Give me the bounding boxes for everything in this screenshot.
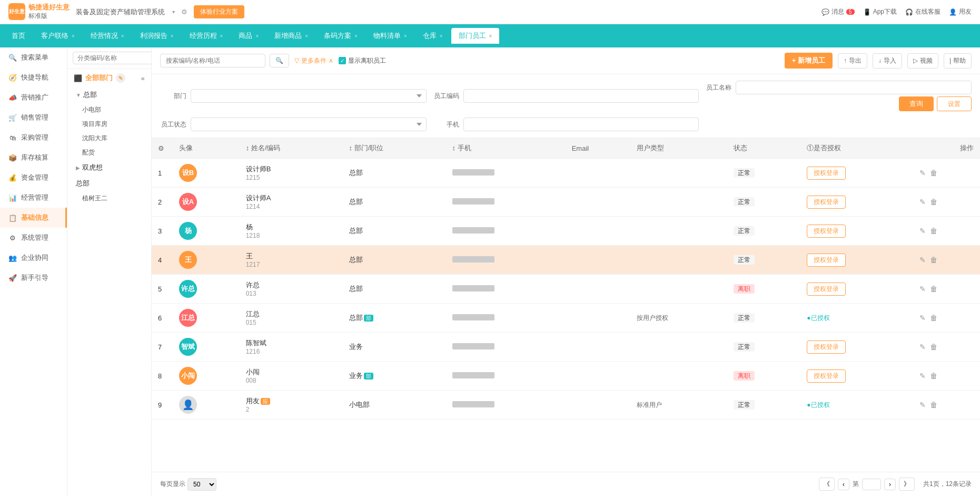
video-button[interactable]: ▷ 视频 (907, 53, 938, 69)
close-operation-tab[interactable]: × (121, 33, 124, 39)
edit-btn[interactable]: ✎ (919, 372, 926, 380)
row-auth[interactable]: ●已授权 (800, 304, 913, 333)
query-button[interactable]: 查询 (899, 96, 934, 111)
sidebar-item-basic-info[interactable]: 📋 基础信息 (0, 208, 67, 228)
settings-icon[interactable]: ⚙ (181, 8, 187, 16)
message-btn[interactable]: 💬 消息 5 (821, 7, 855, 16)
delete-btn[interactable]: 🗑 (930, 169, 937, 177)
dept-child-zhishu[interactable]: 植树王二 (67, 191, 151, 206)
trial-button[interactable]: 体验行业方案 (194, 5, 244, 18)
auth-login-btn[interactable]: 授权登录 (807, 254, 846, 267)
edit-btn[interactable]: ✎ (919, 169, 926, 177)
tab-barcode[interactable]: 条码方案× (316, 28, 365, 44)
dept-filter-select[interactable] (191, 89, 427, 103)
sidebar-item-collab[interactable]: 👥 企业协同 (0, 248, 67, 268)
prev-page-btn[interactable]: ‹ (838, 479, 849, 490)
export-button[interactable]: ↑ 导出 (838, 53, 867, 69)
online-service-btn[interactable]: 🎧 在线客服 (905, 7, 941, 16)
close-profit-tab[interactable]: × (171, 33, 174, 39)
page-input[interactable]: 1 (862, 479, 881, 490)
status-filter-select[interactable] (191, 118, 427, 131)
dept-edit-icon[interactable]: ✎ (116, 73, 125, 83)
more-filter-btn[interactable]: ▽ 更多条件 ∧ (294, 56, 333, 65)
add-employee-button[interactable]: + 新增员工 (785, 53, 833, 69)
auth-login-btn[interactable]: 授权登录 (807, 225, 846, 238)
sidebar-item-finance[interactable]: 💰 资金管理 (0, 168, 67, 188)
row-auth[interactable]: 授权登录 (800, 188, 913, 217)
edit-btn[interactable]: ✎ (919, 256, 926, 264)
collapse-tree-btn[interactable]: « (141, 74, 145, 82)
sidebar-item-marketing[interactable]: 📣 营销推广 (0, 87, 67, 108)
tab-home[interactable]: 首页 (4, 28, 33, 44)
dept-child-xiaodian[interactable]: 小电部 (67, 103, 151, 117)
row-auth[interactable]: 授权登录 (800, 362, 913, 391)
tab-history[interactable]: 经营历程× (182, 28, 231, 44)
app-download-btn[interactable]: 📱 App下载 (863, 7, 897, 16)
close-warehouse-tab[interactable]: × (440, 33, 443, 39)
close-dept-tab[interactable]: × (489, 33, 492, 39)
sidebar-item-purchase[interactable]: 🛍 采购管理 (0, 128, 67, 148)
search-button[interactable]: 🔍 (270, 54, 289, 67)
system-dropdown-arrow[interactable]: ▾ (172, 9, 175, 15)
dept-child-peihuo[interactable]: 配货 (67, 145, 151, 160)
tab-bom[interactable]: 物料清单× (366, 28, 414, 44)
col-name[interactable]: ↕ 姓名/编码 (240, 138, 343, 159)
delete-btn[interactable]: 🗑 (930, 314, 937, 322)
close-customer-tab[interactable]: × (72, 33, 75, 39)
auth-login-btn[interactable]: 授权登录 (807, 369, 846, 383)
empname-filter-input[interactable] (736, 81, 972, 94)
dept-node-zongbu[interactable]: ▼ 总部 (67, 87, 151, 103)
row-auth[interactable]: 授权登录 (800, 275, 913, 304)
dept-node-shuanghu[interactable]: ▶ 双虎想 (67, 160, 151, 176)
delete-btn[interactable]: 🗑 (930, 343, 937, 351)
row-auth[interactable]: 授权登录 (800, 333, 913, 362)
sidebar-item-management[interactable]: 📊 经营管理 (0, 188, 67, 208)
tab-product[interactable]: 商品× (231, 28, 266, 44)
tab-customer[interactable]: 客户联络× (34, 28, 82, 44)
delete-btn[interactable]: 🗑 (930, 227, 937, 235)
close-barcode-tab[interactable]: × (354, 33, 358, 39)
tab-warehouse[interactable]: 仓库× (415, 28, 450, 44)
col-phone[interactable]: ↕ 手机 (446, 138, 566, 159)
auth-login-btn[interactable]: 授权登录 (807, 167, 846, 180)
dept-search-input[interactable] (73, 52, 152, 64)
delete-btn[interactable]: 🗑 (930, 285, 937, 293)
sidebar-item-inventory[interactable]: 📦 库存核算 (0, 148, 67, 168)
close-add-product-tab[interactable]: × (305, 33, 308, 39)
first-page-btn[interactable]: 《 (819, 478, 835, 491)
delete-btn[interactable]: 🗑 (930, 372, 937, 380)
dept-node-zongbu2[interactable]: 总部 (67, 176, 151, 191)
edit-btn[interactable]: ✎ (919, 401, 926, 409)
employee-search-input[interactable] (160, 54, 265, 67)
sidebar-item-quicknav[interactable]: 🧭 快捷导航 (0, 67, 67, 87)
set-button[interactable]: 设置 (937, 96, 972, 111)
sidebar-item-sales[interactable]: 🛒 销售管理 (0, 108, 67, 128)
edit-btn[interactable]: ✎ (919, 343, 926, 351)
edit-btn[interactable]: ✎ (919, 285, 926, 293)
auth-login-btn[interactable]: 授权登录 (807, 341, 846, 354)
phone-filter-input[interactable] (463, 118, 699, 131)
row-auth[interactable]: ●已授权 (800, 391, 913, 420)
last-page-btn[interactable]: 》 (899, 478, 915, 491)
delete-btn[interactable]: 🗑 (930, 198, 937, 206)
import-button[interactable]: ↓ 导入 (873, 53, 902, 69)
tab-add-product[interactable]: 新增商品× (267, 28, 315, 44)
row-auth[interactable]: 授权登录 (800, 217, 913, 246)
per-page-select[interactable]: 50 100 200 (187, 478, 216, 491)
close-history-tab[interactable]: × (220, 33, 223, 39)
tab-profit[interactable]: 利润报告× (133, 28, 181, 44)
dept-child-project[interactable]: 项目库房 (67, 117, 151, 131)
sidebar-item-guide[interactable]: 🚀 新手引导 (0, 268, 67, 288)
close-bom-tab[interactable]: × (404, 33, 407, 39)
sidebar-item-search[interactable]: 🔍 搜索菜单 (0, 47, 67, 67)
edit-btn[interactable]: ✎ (919, 227, 926, 235)
edit-btn[interactable]: ✎ (919, 314, 926, 322)
col-dept[interactable]: ↕ 部门/职位 (343, 138, 446, 159)
col-settings[interactable]: ⚙ (152, 138, 173, 159)
user-btn[interactable]: 👤 用友 (949, 7, 972, 16)
resigned-checkbox[interactable]: ✓ (339, 57, 346, 64)
delete-btn[interactable]: 🗑 (930, 401, 937, 409)
dept-child-shenyang[interactable]: 沈阳大库 (67, 131, 151, 145)
delete-btn[interactable]: 🗑 (930, 256, 937, 264)
next-page-btn[interactable]: › (884, 479, 896, 490)
